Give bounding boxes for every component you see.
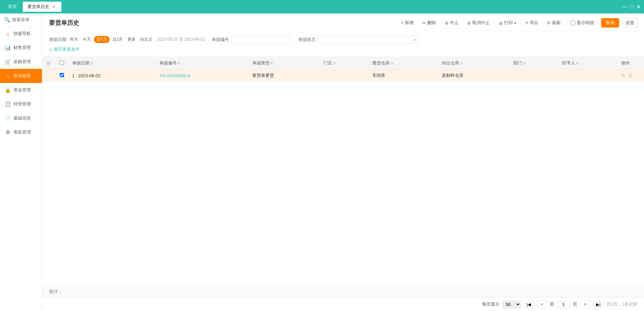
- row-date: 1 2023-06-02: [68, 70, 155, 82]
- next-page-button[interactable]: ＞: [580, 300, 590, 308]
- last-page-button[interactable]: ▶|: [593, 301, 603, 308]
- docno-input[interactable]: [231, 35, 291, 44]
- row-store: [319, 70, 368, 82]
- sidebar-item-basic[interactable]: 📄 基础信息: [0, 111, 42, 125]
- sidebar-item-sales-label: 销售管理: [13, 45, 31, 51]
- print-label: 打印: [504, 20, 513, 26]
- export-button[interactable]: ↗ 导出: [522, 18, 541, 27]
- settings-button[interactable]: 设置: [623, 18, 637, 28]
- window-close-button[interactable]: ✕: [636, 4, 641, 10]
- select-all-checkbox[interactable]: [60, 60, 64, 65]
- sidebar-search[interactable]: 🔍 搜索菜单: [0, 13, 42, 27]
- table-header: ⚙ 单据日期 单据编号 单据类型 门店 要货仓库 待出仓库 部门 经手人 操: [42, 57, 644, 70]
- sidebar-item-purchase-label: 采购管理: [13, 59, 31, 65]
- finance-icon: 🔒: [5, 87, 11, 93]
- sidebar-item-inventory-label: 库存核算: [13, 73, 31, 79]
- column-settings-icon[interactable]: ⚙: [46, 61, 50, 66]
- sidebar-item-inventory[interactable]: ⌂ 库存核算: [0, 69, 42, 83]
- date-btn-more[interactable]: 更多: [126, 36, 137, 43]
- refresh-label: 刷新: [552, 20, 561, 26]
- row-handler: [558, 70, 617, 82]
- edit-icon[interactable]: ✎: [621, 73, 626, 79]
- date-filter-group: 单据日期 昨天 今天 近7天 近1月 更多 自定义 2023-05-27 至 2…: [49, 36, 205, 43]
- window-maximize-button[interactable]: □: [630, 4, 634, 10]
- sidebar-item-finance[interactable]: 🔒 资金管理: [0, 83, 42, 97]
- delete-button[interactable]: ✂ 删除: [420, 18, 439, 27]
- tab-active-label: 要货单历史: [28, 4, 49, 10]
- tab-close-icon[interactable]: ×: [51, 4, 57, 9]
- table-wrapper: ⚙ 单据日期 单据编号 单据类型 门店 要货仓库 待出仓库 部门 经手人 操: [42, 57, 644, 285]
- system-icon: ⚙: [5, 129, 11, 135]
- refresh-button[interactable]: ↻ 刷新: [544, 18, 564, 27]
- sidebar-search-label: 搜索菜单: [12, 17, 30, 23]
- date-btn-yesterday[interactable]: 昨天: [68, 36, 80, 43]
- first-page-button[interactable]: |◀: [524, 301, 534, 308]
- prev-page-button[interactable]: ＜: [537, 300, 547, 308]
- date-btn-custom[interactable]: 自定义: [139, 36, 154, 43]
- expand-more-btn[interactable]: ∨ 展开更多条件: [49, 46, 637, 52]
- page-title: 要货单历史: [49, 19, 79, 27]
- row-doctype: 要货单要货: [248, 70, 320, 82]
- total-info: 共1页，1条记录: [606, 301, 637, 307]
- stop-button[interactable]: ⊘ 中止: [442, 18, 461, 27]
- window-minimize-button[interactable]: —: [622, 4, 628, 10]
- toolbar-divider2: [597, 20, 598, 26]
- col-date[interactable]: 单据日期: [68, 57, 155, 70]
- col-settings: ⚙: [42, 57, 56, 70]
- delete-icon: ✂: [422, 20, 426, 26]
- date-range-display: 2023-05-27 至 2023-06-02: [157, 37, 205, 42]
- tab-home[interactable]: 首页: [3, 2, 21, 12]
- date-btn-today[interactable]: 今天: [81, 36, 93, 43]
- purchase-icon: 🛒: [5, 59, 11, 65]
- refresh-icon: ↻: [547, 20, 551, 26]
- toolbar: + 新增 ✂ 删除 ⊘ 中止 ⊘ 取消中止 🖨 打印 ▾: [398, 18, 637, 28]
- sidebar-item-system[interactable]: ⚙ 系统管理: [0, 125, 42, 139]
- row-docno-link[interactable]: YH-20230602-0: [159, 73, 190, 78]
- col-department[interactable]: 部门: [509, 57, 558, 70]
- display-detail-toggle[interactable]: 显示明细: [571, 20, 594, 26]
- export-label: 导出: [530, 20, 538, 26]
- stop-icon: ⊘: [445, 20, 448, 26]
- display-detail-checkbox[interactable]: [571, 20, 575, 25]
- layout: 🔍 搜索菜单 ⌂ 快捷导航 📊 销售管理 🛒 采购管理 ⌂ 库存核算 🔒 资金管…: [0, 13, 644, 311]
- more-actions-icon[interactable]: ⠿: [628, 73, 632, 79]
- col-handler[interactable]: 经手人: [558, 57, 617, 70]
- tab-active[interactable]: 要货单历史 ×: [23, 2, 61, 12]
- col-pending-warehouse[interactable]: 待出仓库: [438, 57, 509, 70]
- status-filter-group: 单据状态 ▾: [298, 35, 418, 44]
- display-detail-label: 显示明细: [577, 20, 594, 26]
- date-filter-label: 单据日期: [49, 37, 66, 43]
- print-button[interactable]: 🖨 打印 ▾: [496, 18, 519, 27]
- settings-label: 设置: [626, 20, 634, 26]
- status-select[interactable]: [318, 35, 418, 44]
- date-btn-7days[interactable]: 近7天: [94, 36, 110, 43]
- sidebar-item-basic-label: 基础信息: [13, 115, 31, 121]
- page-number-input[interactable]: [557, 301, 570, 308]
- page-size-label: 每页显示: [482, 301, 499, 307]
- date-btn-1month[interactable]: 近1月: [111, 36, 125, 43]
- col-store[interactable]: 门店: [319, 57, 368, 70]
- stop-label: 中止: [450, 20, 459, 26]
- page-input-label: 第: [550, 301, 554, 307]
- col-req-warehouse[interactable]: 要货仓库: [368, 57, 438, 70]
- sales-icon: 📊: [5, 45, 11, 51]
- query-button[interactable]: 查询: [601, 18, 619, 28]
- expand-more-label: 展开更多条件: [54, 46, 80, 52]
- sidebar-item-operation[interactable]: 📋 经营管理: [0, 97, 42, 111]
- page-size-select[interactable]: 50 20 100 200: [502, 301, 521, 308]
- operation-icon: 📋: [5, 101, 11, 107]
- col-actions: 操作: [617, 57, 644, 70]
- row-checkbox[interactable]: [60, 73, 64, 77]
- print-chevron-icon: ▾: [514, 21, 516, 25]
- tab-home-label: 首页: [8, 4, 17, 10]
- status-label: 单据状态: [298, 37, 316, 43]
- status-select-wrapper: ▾: [318, 35, 418, 44]
- col-docno[interactable]: 单据编号: [155, 57, 248, 70]
- cancel-stop-button[interactable]: ⊘ 取消中止: [465, 18, 492, 27]
- sidebar-item-purchase[interactable]: 🛒 采购管理: [0, 55, 42, 69]
- col-doctype[interactable]: 单据类型: [248, 57, 320, 70]
- filter-bar: 单据日期 昨天 今天 近7天 近1月 更多 自定义 2023-05-27 至 2…: [42, 31, 644, 57]
- sidebar-item-sales[interactable]: 📊 销售管理: [0, 41, 42, 55]
- new-button[interactable]: + 新增: [398, 18, 416, 27]
- sidebar-item-quick-nav[interactable]: ⌂ 快捷导航: [0, 27, 42, 41]
